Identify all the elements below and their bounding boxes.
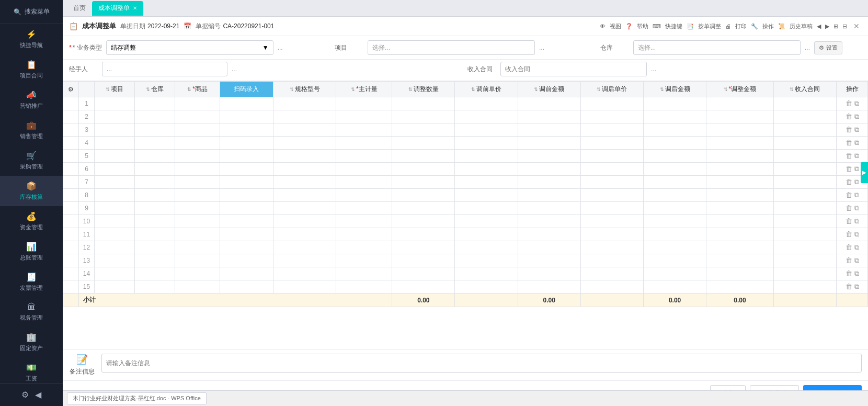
row-delete-2[interactable]: 🗑 bbox=[846, 112, 852, 121]
row-after-amount-7[interactable] bbox=[643, 176, 706, 189]
row-before-price-5[interactable] bbox=[455, 150, 518, 163]
row-before-price-7[interactable] bbox=[455, 176, 518, 189]
row-project-10[interactable] bbox=[95, 215, 135, 228]
row-before-amount-3[interactable] bbox=[518, 123, 580, 137]
row-adjust-qty-10[interactable] bbox=[392, 215, 455, 228]
row-warehouse-12[interactable] bbox=[135, 241, 175, 254]
sidebar-item-ledger-management[interactable]: 📊总账管理 bbox=[0, 236, 63, 267]
sidebar-item-purchase-management[interactable]: 🛒采购管理 bbox=[0, 145, 63, 176]
row-income-contract-1[interactable] bbox=[773, 97, 836, 110]
notes-input[interactable] bbox=[101, 354, 862, 373]
sidebar-item-funds-management[interactable]: 💰资金管理 bbox=[0, 206, 63, 236]
row-income-contract-13[interactable] bbox=[773, 254, 836, 267]
row-spec-14[interactable] bbox=[273, 267, 336, 280]
row-copy-11[interactable]: ⧉ bbox=[854, 230, 859, 239]
row-before-amount-1[interactable] bbox=[518, 97, 580, 110]
row-copy-14[interactable]: ⧉ bbox=[854, 269, 859, 278]
sidebar-item-sales-promotion[interactable]: 📣营销推广 bbox=[0, 85, 63, 115]
row-after-amount-13[interactable] bbox=[643, 254, 706, 267]
row-delete-11[interactable]: 🗑 bbox=[846, 230, 852, 239]
nav-next[interactable]: ▶ bbox=[825, 23, 829, 30]
row-copy-13[interactable]: ⧉ bbox=[854, 256, 859, 265]
row-after-amount-9[interactable] bbox=[643, 202, 706, 215]
shortcut-btn[interactable]: 快捷键 bbox=[665, 22, 682, 30]
expand-icon[interactable]: ⊞ bbox=[833, 23, 838, 30]
row-after-price-11[interactable] bbox=[580, 228, 643, 241]
row-spec-6[interactable] bbox=[273, 163, 336, 176]
row-delete-9[interactable]: 🗑 bbox=[846, 204, 852, 212]
row-delete-12[interactable]: 🗑 bbox=[846, 243, 852, 252]
tab-home[interactable]: 首页 bbox=[67, 1, 92, 16]
row-before-amount-12[interactable] bbox=[518, 241, 580, 254]
settings-icon[interactable]: ⚙ bbox=[19, 388, 31, 402]
handler-input[interactable] bbox=[102, 62, 227, 76]
row-scan-6[interactable] bbox=[220, 163, 273, 176]
row-project-11[interactable] bbox=[95, 228, 135, 241]
review-btn[interactable]: 按单调整 bbox=[698, 22, 721, 30]
row-income-contract-9[interactable] bbox=[773, 202, 836, 215]
row-warehouse-11[interactable] bbox=[135, 228, 175, 241]
row-unit-1[interactable] bbox=[336, 97, 392, 110]
settings-button[interactable]: ⚙ 设置 bbox=[814, 41, 842, 54]
row-adjust-amount-11[interactable] bbox=[706, 228, 774, 241]
row-copy-1[interactable]: ⧉ bbox=[854, 99, 859, 108]
row-delete-14[interactable]: 🗑 bbox=[846, 269, 852, 278]
row-project-9[interactable] bbox=[95, 202, 135, 215]
row-warehouse-3[interactable] bbox=[135, 123, 175, 137]
history-btn[interactable]: 历史草稿 bbox=[790, 22, 813, 30]
row-before-amount-9[interactable] bbox=[518, 202, 580, 215]
sidebar-item-tax-management[interactable]: 🏛税务管理 bbox=[0, 297, 63, 327]
row-after-amount-1[interactable] bbox=[643, 97, 706, 110]
row-spec-15[interactable] bbox=[273, 280, 336, 294]
row-after-price-14[interactable] bbox=[580, 267, 643, 280]
row-copy-6[interactable]: ⧉ bbox=[854, 165, 859, 173]
taskbar-item[interactable]: 木门行业好业财处理方案-墨红红.doc - WPS Office bbox=[67, 392, 207, 404]
row-before-price-3[interactable] bbox=[455, 123, 518, 137]
row-warehouse-2[interactable] bbox=[135, 110, 175, 123]
sidebar-item-sales-management[interactable]: 💼销售管理 bbox=[0, 115, 63, 145]
row-scan-2[interactable] bbox=[220, 110, 273, 123]
th-after-amount[interactable]: ⇅调后金额 bbox=[643, 82, 706, 97]
th-settings[interactable]: ⚙ bbox=[63, 82, 79, 97]
th-spec-type[interactable]: ⇅规格型号 bbox=[273, 82, 336, 97]
row-delete-6[interactable]: 🗑 bbox=[846, 165, 852, 173]
row-after-amount-3[interactable] bbox=[643, 123, 706, 137]
row-scan-7[interactable] bbox=[220, 176, 273, 189]
row-project-5[interactable] bbox=[95, 150, 135, 163]
row-unit-4[interactable] bbox=[336, 137, 392, 150]
row-scan-10[interactable] bbox=[220, 215, 273, 228]
row-unit-9[interactable] bbox=[336, 202, 392, 215]
business-type-more[interactable]: ... bbox=[278, 44, 283, 51]
row-unit-14[interactable] bbox=[336, 267, 392, 280]
row-after-amount-6[interactable] bbox=[643, 163, 706, 176]
row-after-price-4[interactable] bbox=[580, 137, 643, 150]
row-after-price-13[interactable] bbox=[580, 254, 643, 267]
row-income-contract-14[interactable] bbox=[773, 267, 836, 280]
row-income-contract-5[interactable] bbox=[773, 150, 836, 163]
row-after-price-2[interactable] bbox=[580, 110, 643, 123]
row-spec-11[interactable] bbox=[273, 228, 336, 241]
row-adjust-qty-4[interactable] bbox=[392, 137, 455, 150]
row-adjust-qty-8[interactable] bbox=[392, 189, 455, 202]
row-spec-5[interactable] bbox=[273, 150, 336, 163]
minimize-icon[interactable]: ⊟ bbox=[842, 23, 847, 30]
row-spec-12[interactable] bbox=[273, 241, 336, 254]
row-project-4[interactable] bbox=[95, 137, 135, 150]
sidebar-item-inventory-calc[interactable]: 📦库存核算 bbox=[0, 176, 63, 206]
row-after-amount-4[interactable] bbox=[643, 137, 706, 150]
row-spec-10[interactable] bbox=[273, 215, 336, 228]
row-after-price-7[interactable] bbox=[580, 176, 643, 189]
row-adjust-amount-6[interactable] bbox=[706, 163, 774, 176]
sidebar-item-invoice-management[interactable]: 🧾发票管理 bbox=[0, 267, 63, 297]
row-after-amount-14[interactable] bbox=[643, 267, 706, 280]
row-unit-5[interactable] bbox=[336, 150, 392, 163]
row-product-4[interactable] bbox=[175, 137, 220, 150]
row-copy-5[interactable]: ⧉ bbox=[854, 152, 859, 160]
row-delete-10[interactable]: 🗑 bbox=[846, 217, 852, 225]
row-delete-15[interactable]: 🗑 bbox=[846, 283, 852, 291]
row-delete-5[interactable]: 🗑 bbox=[846, 152, 852, 160]
row-income-contract-2[interactable] bbox=[773, 110, 836, 123]
row-spec-13[interactable] bbox=[273, 254, 336, 267]
th-warehouse[interactable]: ⇅仓库 bbox=[135, 82, 175, 97]
help-btn[interactable]: 帮助 bbox=[637, 22, 648, 30]
